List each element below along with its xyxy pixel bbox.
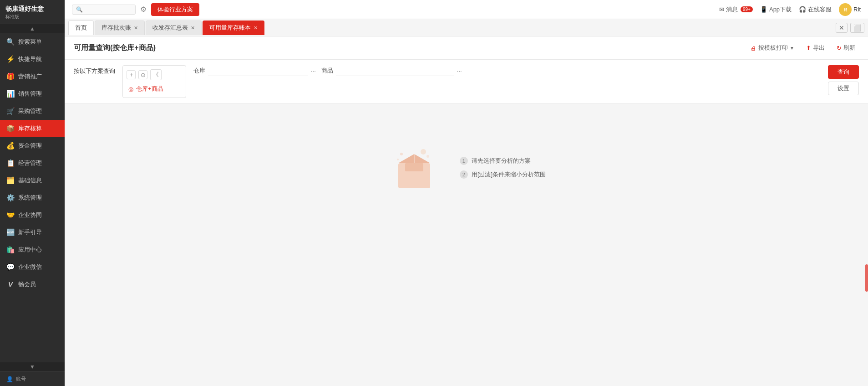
user-profile-item[interactable]: R Rit bbox=[839, 3, 861, 16]
tab-close-icon[interactable]: ✕ bbox=[134, 25, 138, 31]
folder-icon: 🗂️ bbox=[6, 176, 15, 185]
tab-close-icon[interactable]: ✕ bbox=[191, 25, 195, 31]
brand-name: 畅康通好生意 bbox=[5, 5, 59, 14]
refresh-btn[interactable]: ↻ 刷新 bbox=[833, 42, 859, 54]
user-icon: 👤 bbox=[6, 376, 13, 382]
hint-text-1: 请先选择要分析的方案 bbox=[472, 157, 531, 165]
sidebar-item-enterprise[interactable]: 🤝 企业协同 bbox=[0, 206, 65, 224]
product-input[interactable] bbox=[336, 65, 454, 76]
sidebar-item-label: 企业微信 bbox=[18, 263, 42, 271]
print-dropdown-icon: ▼ bbox=[790, 46, 794, 51]
sidebar-item-sales[interactable]: 📊 销售管理 bbox=[0, 85, 65, 103]
empty-state: 1 请先选择要分析的方案 2 用[过滤]条件来缩小分析范围 bbox=[65, 104, 868, 232]
sidebar-item-label: 库存核算 bbox=[18, 124, 42, 133]
sidebar-item-appstore[interactable]: 🛍️ 应用中心 bbox=[0, 241, 65, 258]
sidebar-item-system[interactable]: ⚙️ 系统管理 bbox=[0, 189, 65, 206]
chart-icon: 📊 bbox=[6, 90, 15, 98]
settings-btn[interactable]: 设置 bbox=[828, 82, 859, 95]
svg-point-4 bbox=[421, 149, 426, 154]
sidebar-item-search[interactable]: 🔍 搜索菜单 bbox=[0, 33, 65, 51]
sidebar-item-label: 销售管理 bbox=[18, 90, 42, 98]
tabs-bar: 首页 库存批次账 ✕ 收发存汇总表 ✕ 可用量库存账本 ✕ ✕ ⬜ bbox=[65, 19, 868, 36]
handshake-icon: 🤝 bbox=[6, 211, 15, 219]
svg-point-5 bbox=[426, 155, 429, 158]
sidebar-item-label: 营销推广 bbox=[18, 72, 42, 81]
refresh-label: 刷新 bbox=[843, 44, 855, 52]
message-item[interactable]: ✉ 消息 99+ bbox=[719, 5, 753, 14]
tab-available-ledger[interactable]: 可用量库存账本 ✕ bbox=[203, 21, 264, 35]
edition-label: 标准版 bbox=[5, 14, 59, 20]
scheme-item-warehouse-product[interactable]: ◎ 仓库+商品 bbox=[123, 82, 186, 96]
app-download-label: App下载 bbox=[769, 5, 792, 14]
empty-state-inner: 1 请先选择要分析的方案 2 用[过滤]条件来缩小分析范围 bbox=[387, 140, 546, 195]
money-icon: 💰 bbox=[6, 142, 15, 150]
empty-svg bbox=[387, 140, 442, 195]
topbar-search-box[interactable]: 🔍 bbox=[72, 5, 136, 15]
message-badge: 99+ bbox=[741, 6, 753, 12]
hint-number-1: 1 bbox=[460, 157, 468, 165]
trial-button[interactable]: 体验行业方案 bbox=[151, 3, 199, 16]
sidebar-item-marketing[interactable]: 🎁 营销推广 bbox=[0, 68, 65, 85]
add-scheme-btn[interactable]: ＋ bbox=[127, 70, 136, 79]
query-btn[interactable]: 查询 bbox=[828, 65, 859, 79]
product-label: 商品 bbox=[321, 67, 333, 75]
sidebar-item-label: 资金管理 bbox=[18, 142, 42, 150]
online-service-item[interactable]: 🎧 在线客服 bbox=[799, 5, 832, 14]
product-more-btn[interactable]: ··· bbox=[457, 67, 462, 74]
export-btn[interactable]: ⬆ 导出 bbox=[802, 42, 828, 54]
sidebar-item-label: 应用中心 bbox=[18, 246, 42, 254]
tab-maximize-btn[interactable]: ⬜ bbox=[850, 23, 864, 33]
tab-home[interactable]: 首页 bbox=[68, 21, 94, 35]
warehouse-more-btn[interactable]: ··· bbox=[311, 67, 316, 74]
sidebar-menu: 🔍 搜索菜单 ⚡ 快捷导航 🎁 营销推广 📊 销售管理 🛒 采购管理 📦 库存核… bbox=[0, 33, 65, 362]
tab-close-active-icon[interactable]: ✕ bbox=[254, 25, 258, 31]
app-download-item[interactable]: 📱 App下载 bbox=[760, 5, 792, 14]
filter-fields: 仓库 ··· 商品 ··· bbox=[193, 65, 821, 76]
tab-batch-account[interactable]: 库存批次账 ✕ bbox=[95, 21, 145, 35]
empty-illustration bbox=[387, 140, 442, 195]
sidebar-item-basic[interactable]: 🗂️ 基础信息 bbox=[0, 172, 65, 189]
svg-rect-2 bbox=[405, 163, 423, 171]
settings-scheme-btn[interactable]: ⊙ bbox=[138, 70, 147, 79]
sidebar-item-finance[interactable]: 💰 资金管理 bbox=[0, 137, 65, 154]
print-icon: 🖨 bbox=[751, 45, 756, 51]
sidebar-bottom: 👤 账号 bbox=[0, 371, 65, 386]
filter-scheme-header: ＋ ⊙ 《 bbox=[123, 67, 186, 82]
sidebar-item-inventory[interactable]: 📦 库存核算 bbox=[0, 120, 65, 137]
sidebar-scroll-down[interactable]: ▼ bbox=[0, 362, 65, 371]
filter-label: 按以下方案查询 bbox=[74, 67, 115, 75]
hint-text-2: 用[过滤]条件来缩小分析范围 bbox=[472, 170, 546, 179]
sidebar-item-label: 企业协同 bbox=[18, 211, 42, 219]
svg-point-7 bbox=[397, 159, 399, 160]
lightning-icon: ⚡ bbox=[6, 55, 15, 63]
sidebar-item-label: 基础信息 bbox=[18, 176, 42, 185]
filter-area: 按以下方案查询 ＋ ⊙ 《 ◎ 仓库+商品 仓库 ··· bbox=[65, 60, 868, 104]
sidebar-item-operation[interactable]: 📋 经营管理 bbox=[0, 154, 65, 172]
tab-storage-summary[interactable]: 收发存汇总表 ✕ bbox=[146, 21, 202, 35]
hint-number-2: 2 bbox=[460, 170, 468, 179]
warehouse-input[interactable] bbox=[208, 65, 308, 76]
sidebar-item-label: 畅会员 bbox=[18, 280, 36, 288]
tabs-right-actions: ✕ ⬜ bbox=[836, 23, 864, 33]
export-icon: ⬆ bbox=[806, 45, 811, 51]
warehouse-field: 仓库 ··· bbox=[193, 65, 316, 76]
print-btn[interactable]: 🖨 按模板打印 ▼ bbox=[747, 42, 798, 54]
sidebar-item-guide[interactable]: 🆕 新手引导 bbox=[0, 224, 65, 241]
gift-icon: 🎁 bbox=[6, 72, 15, 81]
sidebar-item-quick-nav[interactable]: ⚡ 快捷导航 bbox=[0, 51, 65, 68]
sidebar-item-member[interactable]: V 畅会员 bbox=[0, 276, 65, 293]
settings-icon[interactable]: ⚙ bbox=[140, 5, 147, 14]
collapse-btn[interactable]: 《 bbox=[150, 69, 162, 80]
main-area: 🔍 ⚙ 体验行业方案 ✉ 消息 99+ 📱 App下载 🎧 在线客服 R bbox=[65, 0, 868, 386]
user-name: Rit bbox=[853, 6, 861, 13]
sidebar-item-purchase[interactable]: 🛒 采购管理 bbox=[0, 103, 65, 120]
cart-icon: 🛒 bbox=[6, 107, 15, 115]
scheme-label: 仓库+商品 bbox=[136, 85, 163, 93]
available-ledger-label: 可用量库存账本 bbox=[209, 24, 251, 32]
sidebar-item-label: 经营管理 bbox=[18, 159, 42, 167]
search-icon: 🔍 bbox=[6, 38, 15, 46]
sidebar-scroll-up[interactable]: ▲ bbox=[0, 24, 65, 33]
tab-close-window-btn[interactable]: ✕ bbox=[836, 23, 848, 33]
page-header: 可用量查询(按仓库+商品) 🖨 按模板打印 ▼ ⬆ 导出 ↻ 刷新 bbox=[65, 36, 868, 60]
sidebar-item-wechat[interactable]: 💬 企业微信 bbox=[0, 258, 65, 276]
